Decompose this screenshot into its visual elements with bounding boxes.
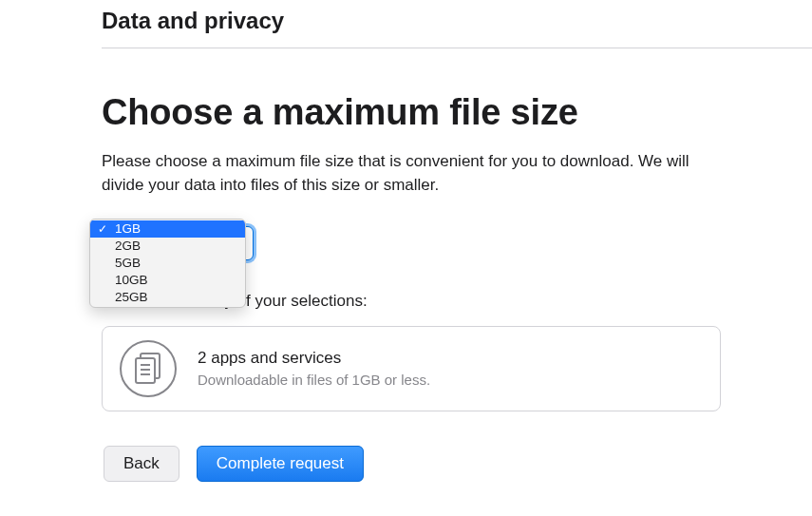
main-title: Choose a maximum file size [102, 92, 812, 133]
summary-text: 2 apps and services Downloadable in file… [198, 349, 430, 388]
dropdown-option-10gb[interactable]: 10GB [90, 272, 245, 289]
page-header: Data and privacy [102, 0, 812, 48]
back-button[interactable]: Back [104, 446, 179, 482]
dropdown-option-5gb[interactable]: 5GB [90, 255, 245, 272]
summary-line2: Downloadable in files of 1GB or less. [198, 372, 430, 388]
dropdown-option-2gb[interactable]: 2GB [90, 238, 245, 255]
dropdown-option-1gb[interactable]: 1GB [90, 220, 245, 238]
complete-request-button[interactable]: Complete request [197, 446, 364, 482]
summary-line1: 2 apps and services [198, 349, 430, 368]
summary-document-icon [120, 340, 177, 397]
main-description: Please choose a maximum file size that i… [102, 150, 719, 198]
button-row: Back Complete request [102, 446, 812, 482]
summary-card: 2 apps and services Downloadable in file… [102, 326, 721, 411]
dropdown-option-25gb[interactable]: 25GB [90, 289, 245, 306]
header-title: Data and privacy [102, 8, 284, 33]
max-file-size-dropdown[interactable]: 1GB 2GB 5GB 10GB 25GB [89, 219, 246, 308]
